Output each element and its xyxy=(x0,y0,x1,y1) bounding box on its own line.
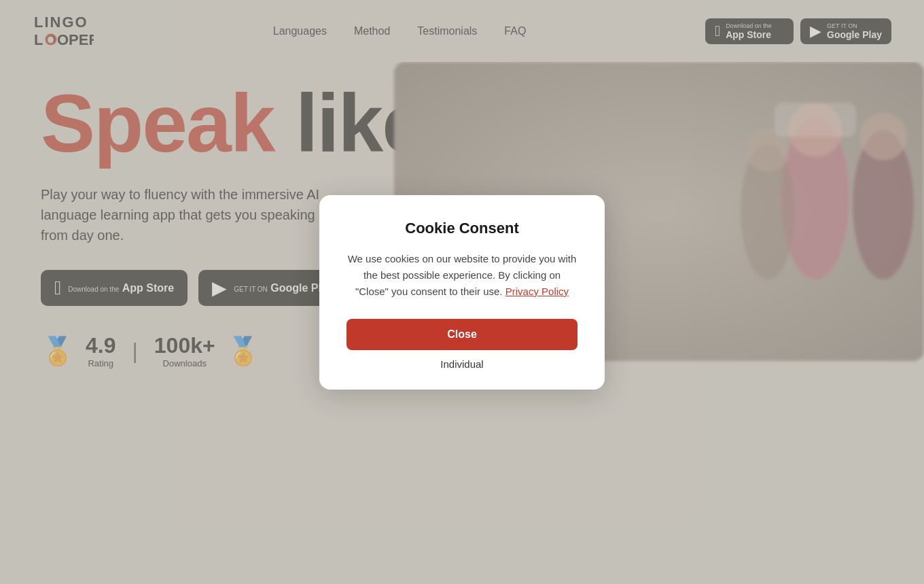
privacy-policy-link[interactable]: Privacy Policy xyxy=(505,286,569,297)
modal-body: We use cookies on our website to provide… xyxy=(346,251,578,300)
modal-close-button[interactable]: Close xyxy=(346,319,578,350)
modal-overlay: Cookie Consent We use cookies on our web… xyxy=(0,0,924,584)
cookie-modal: Cookie Consent We use cookies on our web… xyxy=(319,195,605,390)
modal-title: Cookie Consent xyxy=(346,220,578,237)
modal-individual-button[interactable]: Individual xyxy=(440,358,483,370)
